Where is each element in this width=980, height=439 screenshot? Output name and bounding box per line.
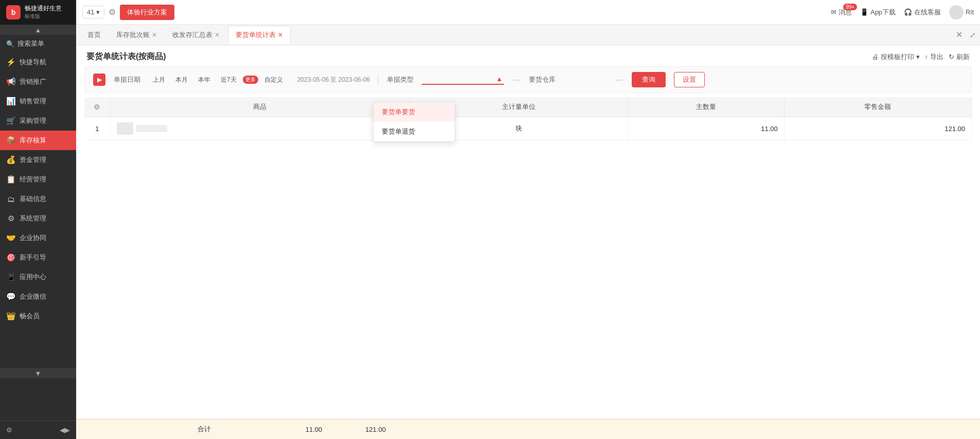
sidebar-item-quicknav[interactable]: ⚡ 快捷导航: [0, 52, 76, 72]
collab-icon: 🤝: [6, 233, 15, 243]
filter-expand-button[interactable]: ▶: [93, 74, 105, 86]
sidebar-settings-icon[interactable]: ⚙: [6, 426, 12, 434]
export-button[interactable]: ↑ 导出: [925, 52, 944, 62]
sidebar-item-sales[interactable]: 📊 销售管理: [0, 92, 76, 111]
table-row: 1 块 11.00 121.00: [84, 117, 972, 140]
close-all-tabs-icon[interactable]: ✕: [952, 25, 967, 45]
avatar: [949, 5, 964, 20]
chevron-down-icon: ▾: [96, 8, 100, 16]
sidebar-item-purchase[interactable]: 🛒 采购管理: [0, 111, 76, 131]
topbar-settings-icon[interactable]: ⚙: [109, 7, 116, 17]
date-shortcuts: 上月 本月 本年 近7天 更多 自定义: [149, 75, 287, 85]
sidebar-item-label: 经营管理: [20, 175, 46, 184]
tab-order-stats[interactable]: 要货单统计表 ✕: [228, 26, 291, 44]
sidebar-item-management[interactable]: 📋 经营管理: [0, 170, 76, 189]
online-service-label: 在线客服: [914, 8, 941, 17]
tab-inventory-batch[interactable]: 库存批次账 ✕: [109, 26, 164, 44]
tab-home[interactable]: 首页: [80, 26, 108, 44]
tab-receive-summary[interactable]: 收发存汇总表 ✕: [165, 26, 227, 44]
sidebar-item-label: 采购管理: [20, 116, 46, 125]
type-more-icon[interactable]: ⋯: [512, 75, 521, 85]
apps-icon: 📱: [6, 272, 15, 282]
type-filter-input-wrapper[interactable]: ▲: [422, 75, 504, 85]
sidebar-item-label: 基础信息: [20, 194, 46, 204]
tab-close-icon[interactable]: ✕: [278, 31, 283, 39]
finance-icon: 💰: [6, 155, 15, 164]
type-filter-input[interactable]: [422, 75, 494, 83]
type-dropdown-up-icon[interactable]: ▲: [496, 75, 503, 83]
messages-item[interactable]: ✉ 消息 99+: [831, 8, 852, 17]
guide-icon: 🎯: [6, 253, 15, 262]
sidebar-item-member[interactable]: 👑 畅会员: [0, 306, 76, 326]
headset-icon: 🎧: [904, 8, 912, 16]
type-dropdown: 要货单要货 要货单退货: [373, 102, 455, 142]
sidebar-item-baseinfo[interactable]: 🗂 基础信息: [0, 189, 76, 209]
purchase-icon: 🛒: [6, 116, 15, 125]
expand-tabs-icon[interactable]: ⤢: [970, 31, 976, 39]
bell-icon: ✉: [831, 8, 836, 16]
download-icon: 📱: [860, 8, 868, 16]
date-custom[interactable]: 自定义: [260, 75, 287, 85]
sidebar-item-finance[interactable]: 💰 资金管理: [0, 150, 76, 170]
topbar: 41 ▾ ⚙ 体验行业方案 ✉ 消息 99+ 📱 App下载 🎧 在线客服 R: [76, 0, 980, 25]
total-amount: 121.00: [355, 426, 396, 433]
print-button[interactable]: 🖨 按模板打印 ▾: [872, 52, 920, 62]
tab-label: 要货单统计表: [236, 30, 276, 40]
online-service-item[interactable]: 🎧 在线客服: [904, 8, 941, 17]
type-filter-label: 单据类型: [387, 75, 414, 84]
query-button[interactable]: 查询: [632, 72, 666, 87]
date-last-month[interactable]: 上月: [149, 75, 169, 85]
sidebar-logo: b 畅捷通好生意 标准版: [0, 0, 76, 25]
page-title: 要货单统计表(按商品): [86, 51, 166, 62]
date-this-year[interactable]: 本年: [194, 75, 215, 85]
sidebar-search-label: 搜索菜单: [17, 39, 44, 48]
sidebar-scroll-down[interactable]: ▼: [0, 368, 76, 378]
quicknav-icon: ⚡: [6, 58, 15, 67]
filter-settings-button[interactable]: 设置: [674, 72, 705, 87]
table-header-qty: 主数量: [629, 97, 785, 117]
dropdown-item-order[interactable]: 要货单要货: [373, 102, 455, 122]
sidebar-item-search[interactable]: 🔍 搜索菜单: [0, 35, 76, 52]
management-icon: 📋: [6, 175, 15, 184]
company-selector[interactable]: 41 ▾: [82, 6, 104, 19]
date-this-month[interactable]: 本月: [171, 75, 192, 85]
table-settings-icon[interactable]: ⚙: [94, 103, 100, 111]
sidebar-item-label: 库存核算: [20, 136, 46, 145]
sidebar-item-wechat[interactable]: 💬 企业微信: [0, 287, 76, 306]
date-more-badge[interactable]: 更多: [243, 76, 258, 84]
total-label: 合计: [198, 425, 211, 434]
row-amount: 121.00: [784, 117, 971, 140]
date-last-7-days[interactable]: 近7天: [217, 75, 241, 85]
sidebar-item-apps[interactable]: 📱 应用中心: [0, 267, 76, 287]
sidebar-item-label: 应用中心: [20, 272, 46, 282]
tab-close-icon[interactable]: ✕: [215, 31, 220, 39]
app-download-item[interactable]: 📱 App下载: [860, 8, 896, 17]
product-image: [117, 122, 133, 135]
search-icon: 🔍: [6, 40, 14, 48]
sidebar-item-system[interactable]: ⚙ 系统管理: [0, 209, 76, 228]
marketing-icon: 📢: [6, 77, 15, 86]
tab-close-icon[interactable]: ✕: [152, 31, 157, 39]
sidebar-item-collab[interactable]: 🤝 企业协同: [0, 228, 76, 248]
sidebar-item-guide[interactable]: 🎯 新手引导: [0, 248, 76, 267]
dropdown-item-return[interactable]: 要货单退货: [373, 122, 455, 141]
user-avatar-item[interactable]: Rit: [949, 5, 974, 20]
sidebar-item-label: 畅会员: [20, 312, 40, 321]
tab-label: 收发存汇总表: [172, 30, 212, 40]
company-name: 41: [87, 8, 94, 16]
member-icon: 👑: [6, 312, 15, 321]
trial-button[interactable]: 体验行业方案: [120, 5, 174, 20]
messages-badge: 99+: [843, 4, 857, 10]
refresh-button[interactable]: ↻ 刷新: [949, 52, 970, 62]
total-qty: 11.00: [293, 426, 334, 433]
table-container: ⚙ 商品 主计量单位 主数量 零售金额 1: [84, 97, 972, 419]
sidebar-scroll-up[interactable]: ▲: [0, 25, 76, 35]
wechat-icon: 💬: [6, 292, 15, 301]
sidebar-item-label: 快捷导航: [20, 58, 46, 67]
sidebar-collapse-icon[interactable]: ◀▶: [60, 426, 70, 434]
sidebar-item-label: 企业协同: [20, 233, 46, 243]
sidebar-item-marketing[interactable]: 📢 营销推广: [0, 72, 76, 92]
sidebar-item-inventory[interactable]: 📦 库存核算: [0, 131, 76, 150]
warehouse-more-icon[interactable]: ⋯: [615, 75, 623, 85]
table-header-settings[interactable]: ⚙: [84, 97, 110, 117]
